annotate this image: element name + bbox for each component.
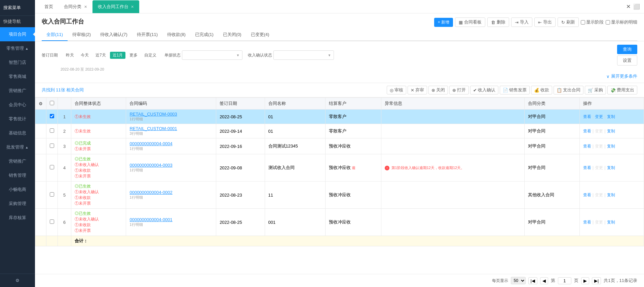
per-page-select[interactable]: 50 — [511, 277, 526, 284]
sidebar-item-inventory[interactable]: 库存核算 — [0, 211, 35, 225]
setting-button[interactable]: 设置 — [617, 55, 637, 66]
copy-link[interactable]: 复制 — [607, 219, 615, 225]
sidebar-item-marketing[interactable]: 营销推广 — [0, 84, 35, 98]
refresh-button[interactable]: ↻ 刷新 — [558, 17, 579, 27]
change-link[interactable]: 变更 — [595, 219, 603, 225]
copy-link[interactable]: 复制 — [607, 165, 615, 171]
query-button[interactable]: 查询 — [617, 45, 637, 54]
payment-button[interactable]: 💰 收款 — [531, 86, 552, 94]
last-page-button[interactable]: ▶| — [592, 277, 601, 284]
expand-filter-button[interactable]: ∨ 展开更多条件 — [606, 73, 637, 79]
row-checkbox[interactable] — [50, 192, 54, 197]
sub-tab-pending-confirm[interactable]: 待收入确认(7) — [96, 29, 132, 40]
contract-code-link[interactable]: 0000000000004-0004 — [129, 141, 213, 146]
row-checkbox[interactable] — [50, 114, 54, 118]
date-1month[interactable]: 近1月 — [110, 52, 126, 59]
sidebar-item-retail-mall[interactable]: 零售商城 — [0, 70, 35, 84]
change-link[interactable]: 变更 — [595, 128, 603, 134]
copy-link[interactable]: 复制 — [607, 114, 615, 120]
purchase-button[interactable]: 🛒 采购 — [585, 86, 606, 94]
export-button[interactable]: ⇤ 导出 — [534, 17, 556, 27]
date-custom[interactable]: 自定义 — [142, 52, 159, 59]
prev-page-button[interactable]: ◀ — [540, 277, 548, 284]
change-link[interactable]: 变更 — [595, 192, 603, 198]
copy-link[interactable]: 复制 — [607, 128, 615, 134]
contract-code-link[interactable]: RETAIL_CUSTOM-0001 — [129, 126, 213, 131]
sub-tab-pending-review[interactable]: 待审核(2) — [68, 29, 96, 40]
delete-button[interactable]: 🗑 删除 — [487, 17, 509, 27]
review-button[interactable]: ◎ 审核 — [387, 86, 406, 94]
select-all-checkbox[interactable] — [50, 101, 54, 105]
sidebar-item-wholesale[interactable]: 批发管理 ▲ — [0, 140, 35, 154]
sub-tab-all[interactable]: 全部(11) — [42, 29, 68, 40]
view-link[interactable]: 查看 — [583, 144, 591, 149]
doc-status-select[interactable]: ▼ — [182, 50, 242, 60]
new-button[interactable]: + 新增 — [434, 18, 453, 27]
sidebar-search[interactable]: 搜索菜单 — [0, 0, 35, 16]
change-link[interactable]: 变更 — [595, 144, 603, 149]
sidebar-item-smart-store[interactable]: 智慧门店 — [0, 55, 35, 70]
view-link[interactable]: 查看 — [583, 128, 591, 134]
show-detail-checkbox[interactable]: 显示标的明细 — [606, 19, 637, 25]
sidebar-item-sales-mgmt[interactable]: 销售管理 — [0, 168, 35, 182]
close-icon[interactable]: ✕ — [131, 5, 134, 9]
sidebar-quick-nav[interactable]: 快捷导航 — [0, 16, 35, 27]
sub-tab-pending-payment[interactable]: 待收款(8) — [162, 29, 190, 40]
sub-tab-pending-invoice[interactable]: 待开票(11) — [132, 29, 162, 40]
close-button[interactable]: ⊗ 关闭 — [428, 86, 448, 94]
contract-code-link[interactable]: 0000000000004-0002 — [129, 190, 213, 195]
abandon-review-button[interactable]: ✕ 弃审 — [408, 86, 427, 94]
change-link[interactable]: 变更 — [595, 114, 603, 120]
contract-code-link[interactable]: 0000000000004-0001 — [129, 217, 213, 222]
date-today[interactable]: 今天 — [78, 52, 91, 59]
tab-home[interactable]: 首页 — [39, 0, 59, 13]
sales-invoice-button[interactable]: 📄 销售发票 — [500, 86, 530, 94]
contract-code-link[interactable]: RETAIL_CUSTOM-0003 — [129, 112, 213, 117]
next-page-button[interactable]: ▶ — [581, 277, 589, 284]
open-button[interactable]: ⊕ 打开 — [449, 86, 469, 94]
contract-code-link[interactable]: 0000000000004-0003 — [129, 163, 213, 168]
sidebar-item-purchase[interactable]: 采购管理 — [0, 197, 35, 211]
copy-link[interactable]: 复制 — [607, 192, 615, 198]
date-more[interactable]: 更多 — [127, 52, 140, 59]
window-close-icon[interactable]: ✕ — [626, 3, 631, 10]
sub-tab-changed[interactable]: 已变更(4) — [246, 29, 274, 40]
copy-link[interactable]: 复制 — [607, 144, 615, 149]
income-confirm-select[interactable]: ▼ — [273, 50, 334, 60]
row-name: 11 — [265, 181, 325, 209]
date-7days[interactable]: 近7天 — [93, 52, 109, 59]
kanban-button[interactable]: ▦ 合同看板 — [455, 17, 485, 27]
sidebar-item-marketing2[interactable]: 营销推广 — [0, 154, 35, 168]
import-button[interactable]: ⇥ 导入 — [511, 17, 532, 27]
tab-income-contract[interactable]: 收入合同工作台 ✕ — [92, 0, 140, 13]
sidebar-item-project-contract[interactable]: 项目合同 — [0, 27, 35, 41]
row-checkbox[interactable] — [50, 144, 54, 148]
expense-contract-button[interactable]: 📋 支出合同 — [554, 86, 583, 94]
col-settings[interactable]: ⚙ — [35, 98, 46, 110]
sidebar-item-base-info[interactable]: 基础信息 — [0, 126, 35, 140]
row-checkbox[interactable] — [50, 219, 54, 224]
change-link[interactable]: 变更 — [595, 165, 603, 171]
show-fields-checkbox[interactable]: 显示阶段 — [581, 19, 604, 25]
income-confirm-button[interactable]: ✔ 收入确认 — [470, 86, 498, 94]
date-yesterday[interactable]: 昨天 — [63, 52, 77, 59]
row-checkbox[interactable] — [50, 128, 54, 133]
sidebar-item-retail-mgmt[interactable]: 零售管理 ▲ — [0, 41, 35, 55]
close-icon[interactable]: ✕ — [84, 5, 87, 9]
sidebar-item-member[interactable]: 会员中心 — [0, 98, 35, 112]
first-page-button[interactable]: |◀ — [528, 277, 537, 284]
sidebar-item-ecommerce[interactable]: 小畅电商 — [0, 182, 35, 197]
sidebar-settings[interactable]: ⚙ — [0, 274, 35, 287]
view-link[interactable]: 查看 — [583, 114, 591, 120]
page-input[interactable] — [558, 277, 571, 284]
expense-out-button[interactable]: 💸 费用支出 — [607, 86, 637, 94]
view-link[interactable]: 查看 — [583, 165, 591, 171]
view-link[interactable]: 查看 — [583, 192, 591, 198]
sidebar-item-retail-stats[interactable]: 零售统计 — [0, 112, 35, 126]
sub-tab-completed[interactable]: 已完成(1) — [190, 29, 218, 40]
tab-contract-category[interactable]: 合同分类 ✕ — [59, 0, 92, 13]
sub-tab-closed[interactable]: 已关闭(0) — [218, 29, 246, 40]
view-link[interactable]: 查看 — [583, 219, 591, 225]
window-restore-icon[interactable]: ⬜ — [633, 3, 640, 10]
row-checkbox[interactable] — [50, 165, 54, 169]
